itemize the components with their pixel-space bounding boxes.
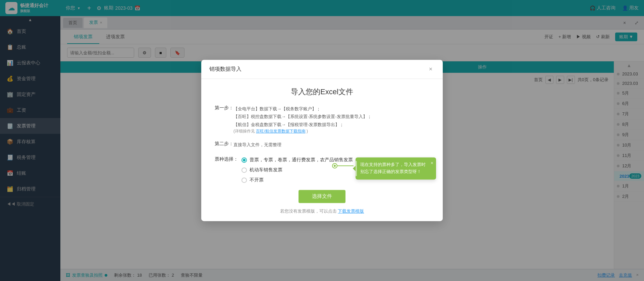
tooltip-line [337, 166, 354, 166]
step2-label: 第二步： [215, 141, 233, 147]
radio-group-section: 票种选择： 普票，专票，卷票，通行费发票，农产品销售发票 机动车销售发票 不开票 [215, 156, 429, 183]
dialog-header: 销项数据导入 × [201, 60, 443, 79]
radio-option-1[interactable]: 普票，专票，卷票，通行费发票，农产品销售发票 [241, 157, 353, 163]
tooltip-text: 现在支持的票种多了，导入发票时别忘了选择正确的发票类型呀！ [360, 162, 426, 174]
select-file-button[interactable]: 选择文件 [299, 190, 345, 203]
download-hint: 若您没有发票模版，可以点击 下载发票模版 [215, 209, 429, 215]
radio-option-2[interactable]: 机动车销售发票 [241, 167, 353, 173]
download-template-link[interactable]: 下载发票模版 [338, 209, 364, 214]
step1-content: 【全电平台】数据下载→【税务数字账户】； 【百旺】税控盘数据下载→【系统设置-系… [233, 105, 372, 134]
tooltip-close-btn[interactable]: × [431, 160, 433, 167]
step1-note: (详细操作见 百旺/航信发票数据下载指南 ) [233, 129, 372, 134]
guide-link[interactable]: 百旺/航信发票数据下载指南 [256, 129, 305, 134]
step1-label: 第一步： [215, 105, 233, 132]
step1-line3: 【航信】金税盘数据下载→【报税管理-发票数据导出】； [233, 121, 372, 128]
step1-line2: 【百旺】税控盘数据下载→【系统设置-系统参数设置-发票批量导入】； [233, 113, 372, 121]
radio-circle-1 [241, 158, 247, 163]
dialog-main-title: 导入您的Excel文件 [215, 87, 429, 97]
radio-option-3[interactable]: 不开票 [241, 177, 353, 183]
step2-content: 直接导入文件，无需整理 [233, 141, 281, 149]
dialog-title: 销项数据导入 [209, 66, 241, 73]
radio-label: 票种选择： [215, 156, 241, 163]
radio-circle-3 [241, 178, 247, 183]
tooltip-balloon: 现在支持的票种多了，导入发票时别忘了选择正确的发票类型呀！ × [356, 158, 436, 180]
tooltip-left-border [356, 161, 357, 176]
dialog-close-button[interactable]: × [427, 65, 435, 73]
import-dialog: 销项数据导入 × 导入您的Excel文件 第一步： 【全电平台】数据下载→【税务… [201, 60, 443, 221]
dialog-body: 导入您的Excel文件 第一步： 【全电平台】数据下载→【税务数字账户】； 【百… [201, 79, 443, 221]
tooltip-arrow [353, 166, 356, 171]
ticket-type-radio-group: 普票，专票，卷票，通行费发票，农产品销售发票 机动车销售发票 不开票 [241, 157, 353, 183]
step1-block: 第一步： 【全电平台】数据下载→【税务数字账户】； 【百旺】税控盘数据下载→【系… [215, 105, 429, 134]
step1-line1: 【全电平台】数据下载→【税务数字账户】； [233, 105, 372, 113]
radio-circle-2 [241, 168, 247, 173]
step2-block: 第二步： 直接导入文件，无需整理 [215, 141, 429, 149]
